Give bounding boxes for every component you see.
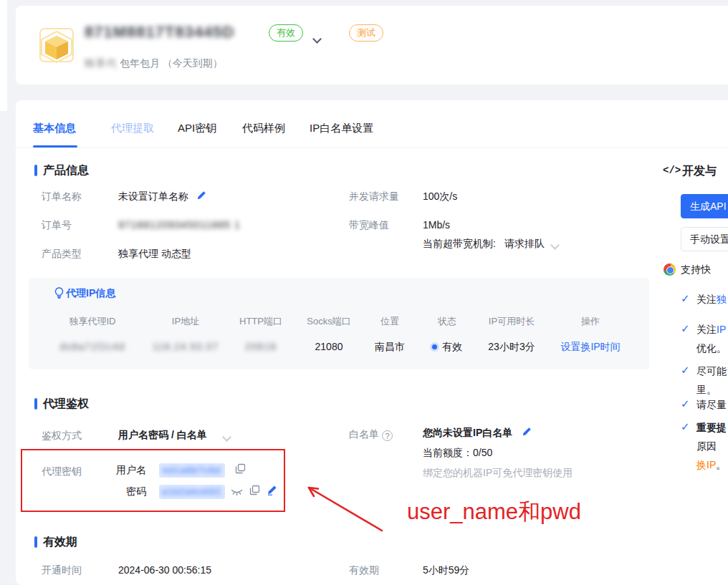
- product-type-label: 产品类型: [42, 248, 82, 261]
- whitelist-hint: 绑定您的机器IP可免代理密钥使用: [423, 467, 573, 480]
- check-icon: ✓: [681, 397, 690, 410]
- validity-label: 有效期: [349, 564, 379, 577]
- question-circle-icon[interactable]: ?: [382, 430, 393, 441]
- tip-item: 关注IP: [696, 322, 726, 337]
- bandwidth-value: 1Mb/s: [423, 219, 450, 231]
- whitelist-label: 白名单?: [349, 428, 393, 441]
- whitelist-quota: 当前额度：0/50: [423, 447, 492, 460]
- cell-socks-port: 21080: [297, 341, 361, 354]
- proxy-ip-info-panel: 代理IP信息 独享代理ID IP地址 HTTP端口 Socks端口 位置 状态 …: [29, 278, 649, 369]
- over-bandwidth-chevron-down-icon[interactable]: [552, 239, 558, 251]
- cell-ip-masked: 118.24.93.07: [146, 341, 225, 354]
- open-time-label: 开通时间: [42, 564, 82, 577]
- order-name-label: 订单名称: [42, 190, 82, 203]
- proxy-ip-info-title: 代理IP信息: [66, 287, 115, 300]
- auth-method-value[interactable]: 用户名密码 / 白名单: [118, 429, 207, 442]
- col-http-port: HTTP端口: [225, 315, 297, 328]
- proxy-table-header: 独享代理ID IP地址 HTTP端口 Socks端口 位置 状态 IP可用时长 …: [39, 315, 633, 328]
- tab-code-sample[interactable]: 代码样例: [242, 122, 285, 135]
- tip-item: 请尽量: [696, 397, 727, 412]
- copy-username-icon[interactable]: [235, 463, 246, 476]
- order-name-value: 未设置订单名称: [118, 190, 188, 203]
- page-root: 871M8817T83445D 有效 测试 独享代 包年包月 （今天到期） 基本…: [0, 0, 728, 585]
- status-dot-icon: [432, 344, 437, 349]
- check-icon: ✓: [681, 364, 690, 377]
- tabs-divider: [16, 148, 728, 148]
- check-icon: ✓: [681, 420, 690, 433]
- username-value-masked: kd1a8b7c6d: [159, 463, 225, 478]
- auth-method-chevron-down-icon[interactable]: [224, 431, 230, 443]
- username-label: 用户名: [116, 464, 146, 477]
- col-ip-address: IP地址: [146, 315, 225, 328]
- chrome-icon: [664, 264, 676, 276]
- rail-title: 开发与: [682, 164, 717, 179]
- order-no-masked: 971881209345011885 1: [118, 219, 241, 231]
- check-icon: ✓: [681, 322, 690, 335]
- set-ip-rotation-link[interactable]: 设置换IP时间: [547, 341, 633, 354]
- section-title-validity: 有效期: [43, 535, 77, 550]
- tip-item-line2: 原因: [696, 439, 717, 453]
- generate-api-button[interactable]: 生成API: [681, 194, 728, 218]
- chrome-support-text: 支持快: [681, 264, 711, 276]
- tab-api-key[interactable]: API密钥: [178, 122, 216, 135]
- auth-method-label: 鉴权方式: [42, 430, 82, 443]
- tab-proxy-extract[interactable]: 代理提取: [111, 122, 154, 135]
- active-tab-underline: [33, 145, 77, 148]
- cell-location: 南昌市: [361, 341, 418, 354]
- section-bar: [34, 536, 37, 548]
- order-no-label: 订单号: [42, 219, 72, 232]
- product-type-value: 独享代理 动态型: [118, 248, 191, 261]
- product-cube-icon: [36, 24, 77, 66]
- cell-http-port-masked: 20818: [225, 341, 297, 354]
- tab-basic-info[interactable]: 基本信息: [33, 122, 76, 135]
- tip-item: 关注独: [696, 292, 727, 306]
- test-badge: 测试: [349, 24, 383, 42]
- section-bar: [34, 165, 37, 176]
- status-chevron-down-icon[interactable]: [314, 33, 320, 44]
- order-title-masked: 871M8817T83445D: [85, 23, 234, 42]
- annotation-note-text: user_name和pwd: [407, 497, 581, 527]
- bulb-icon: [54, 287, 64, 301]
- open-time-value: 2024-06-30 00:56:15: [118, 564, 211, 576]
- order-detail-card: 基本信息 代理提取 API密钥 代码样例 IP白名单设置 产品信息 订单名称 未…: [16, 100, 728, 585]
- code-icon: </>: [663, 165, 681, 176]
- concurrency-value: 100次/s: [423, 190, 457, 203]
- cell-status: 有效: [418, 341, 476, 354]
- order-header-card: 871M8817T83445D 有效 测试 独享代 包年包月 （今天到期）: [16, 6, 728, 84]
- cell-proxy-id-masked: dx8a71f2c4d: [39, 341, 146, 354]
- proxy-key-label: 代理密钥: [42, 465, 82, 478]
- tip-item: 尽可能: [696, 364, 727, 378]
- tip-item-line2: 优化。: [696, 341, 727, 355]
- cell-duration: 23小时3分: [476, 341, 547, 354]
- proxy-table-row: dx8a71f2c4d 118.24.93.07 20818 21080 南昌市…: [39, 341, 633, 354]
- tip-item-line3: 换IP。: [696, 458, 726, 472]
- copy-password-icon[interactable]: [249, 485, 260, 498]
- section-title-proxy-auth: 代理鉴权: [43, 397, 89, 412]
- over-bandwidth-value[interactable]: 请求排队: [504, 238, 545, 251]
- whitelist-value: 您尚未设置IP白名单: [423, 427, 512, 440]
- manual-setting-button[interactable]: 手动设置: [681, 227, 728, 251]
- col-location: 位置: [361, 315, 418, 328]
- tip-item-line2: 里。: [696, 382, 717, 397]
- col-status: 状态: [418, 315, 476, 328]
- status-badge: 有效: [269, 24, 303, 42]
- edit-order-name-icon[interactable]: [196, 190, 206, 203]
- section-bar: [34, 398, 37, 410]
- concurrency-label: 并发请求量: [349, 190, 399, 203]
- over-bandwidth-label: 当前超带宽机制:: [423, 238, 496, 251]
- left-edge-sliver: [0, 0, 7, 111]
- eye-closed-icon[interactable]: [231, 487, 243, 498]
- edit-password-icon[interactable]: [267, 485, 277, 498]
- billing-type-text: 包年包月 （今天到期）: [120, 57, 223, 69]
- bandwidth-label: 带宽峰值: [349, 219, 389, 232]
- password-value-masked: a1b2wkvb5C: [159, 485, 225, 499]
- tip-item-important: 重要提: [696, 420, 727, 435]
- order-subtitle: 独享代 包年包月 （今天到期）: [85, 57, 223, 70]
- edit-whitelist-icon[interactable]: [522, 427, 532, 439]
- check-icon: ✓: [681, 292, 690, 305]
- section-title-product-info: 产品信息: [43, 163, 89, 178]
- validity-value: 5小时59分: [423, 564, 469, 577]
- col-action: 操作: [547, 315, 633, 328]
- tab-ip-whitelist[interactable]: IP白名单设置: [310, 122, 373, 135]
- col-proxy-id: 独享代理ID: [39, 315, 146, 328]
